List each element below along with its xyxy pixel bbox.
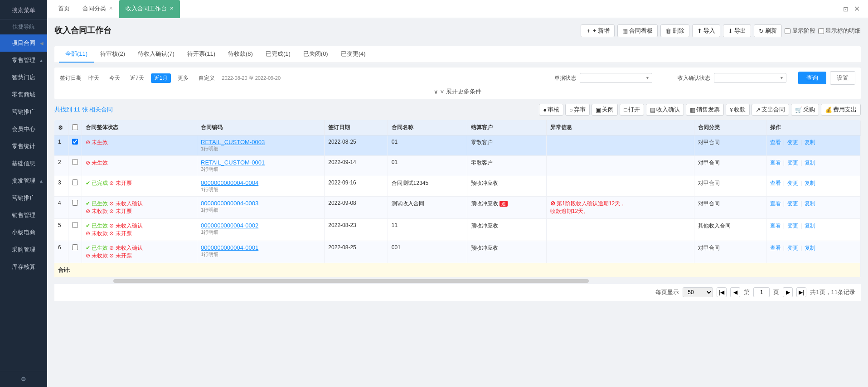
change-op-btn[interactable]: 变更 bbox=[787, 223, 798, 229]
view-op-btn[interactable]: 查看 bbox=[770, 200, 781, 207]
sidebar-item-online-store[interactable]: 零售商城 bbox=[0, 86, 47, 103]
refresh-button[interactable]: ↻ 刷新 bbox=[754, 24, 782, 37]
view-op-btn[interactable]: 查看 bbox=[770, 139, 781, 145]
expense-action-btn[interactable]: 💰 费用支出 bbox=[821, 104, 861, 116]
more-btn[interactable]: 更多 bbox=[175, 73, 192, 83]
payment-action-btn[interactable]: ¥ 收款 bbox=[726, 104, 750, 116]
sidebar-item-basic-info[interactable]: 基础信息 bbox=[0, 155, 47, 172]
sidebar-item-marketing2[interactable]: 营销推广 bbox=[0, 189, 47, 207]
panel-button[interactable]: ▦ 合同看板 bbox=[617, 24, 658, 37]
contract-link[interactable]: 0000000000004-0004 bbox=[201, 179, 258, 186]
select-all-checkbox[interactable] bbox=[72, 124, 78, 130]
filter-tab-all[interactable]: 全部(11) bbox=[59, 46, 94, 63]
custom-btn[interactable]: 自定义 bbox=[195, 73, 218, 83]
abandon-action-btn[interactable]: ○ 弃审 bbox=[565, 104, 590, 116]
sidebar-item-inventory[interactable]: 库存核算 bbox=[0, 258, 47, 276]
sidebar-item-purchase[interactable]: 采购管理 bbox=[0, 241, 47, 258]
copy-op-btn[interactable]: 复制 bbox=[805, 180, 815, 186]
filter-tab-changed[interactable]: 已变更(4) bbox=[335, 46, 372, 63]
copy-op-btn[interactable]: 复制 bbox=[805, 223, 815, 229]
today-btn[interactable]: 今天 bbox=[106, 73, 123, 83]
last-page-btn[interactable]: ▶| bbox=[796, 287, 806, 297]
row-checkbox[interactable] bbox=[68, 176, 82, 197]
contract-link[interactable]: 0000000000004-0001 bbox=[201, 244, 258, 251]
copy-op-btn[interactable]: 复制 bbox=[805, 200, 815, 207]
income-confirm-action-btn[interactable]: ▤ 收入确认 bbox=[646, 104, 684, 116]
sidebar-search[interactable]: 搜索菜单 bbox=[0, 0, 47, 19]
change-op-btn[interactable]: 变更 bbox=[787, 180, 798, 186]
close-window-icon[interactable]: ✕ bbox=[850, 5, 863, 13]
close-tab-icon[interactable]: ✕ bbox=[109, 5, 113, 11]
contract-link[interactable]: RETAIL_CUSTOM-0003 bbox=[201, 139, 265, 145]
sidebar-item-project[interactable]: 项目合同 ◀ bbox=[0, 34, 47, 52]
import-button[interactable]: ⬆ 导入 bbox=[692, 24, 720, 37]
first-page-btn[interactable]: |◀ bbox=[717, 287, 727, 297]
new-button[interactable]: ＋ + 新增 bbox=[581, 24, 615, 37]
row-checkbox[interactable] bbox=[68, 135, 82, 156]
filter-tab-completed[interactable]: 已完成(1) bbox=[259, 46, 297, 63]
resize-icon[interactable]: ⊡ bbox=[841, 5, 850, 13]
filter-tab-closed[interactable]: 已关闭(0) bbox=[297, 46, 335, 63]
contract-link[interactable]: 0000000000004-0002 bbox=[201, 222, 258, 229]
query-button[interactable]: 查询 bbox=[798, 72, 826, 84]
sidebar-item-sales-mgmt[interactable]: 销售管理 bbox=[0, 207, 47, 224]
last7-btn[interactable]: 近7天 bbox=[127, 73, 147, 83]
purchase-action-btn[interactable]: 🛒 采购 bbox=[791, 104, 819, 116]
doc-status-select[interactable] bbox=[580, 73, 652, 83]
outgoing-action-btn[interactable]: ↗ 支出合同 bbox=[752, 104, 789, 116]
tab-contract-cat[interactable]: 合同分类 ✕ bbox=[76, 0, 119, 18]
sales-invoice-action-btn[interactable]: ▥ 销售发票 bbox=[686, 104, 724, 116]
next-page-btn[interactable]: ▶ bbox=[783, 287, 793, 297]
delete-button[interactable]: 🗑 删除 bbox=[660, 24, 689, 37]
sidebar-settings[interactable]: ⚙ bbox=[0, 371, 47, 387]
row-checkbox[interactable] bbox=[68, 219, 82, 241]
last1month-btn[interactable]: 近1月 bbox=[151, 73, 171, 83]
copy-op-btn[interactable]: 复制 bbox=[805, 245, 815, 251]
view-op-btn[interactable]: 查看 bbox=[770, 223, 781, 229]
row-checkbox[interactable] bbox=[68, 156, 82, 176]
filter-tab-pending-payment[interactable]: 待收款(8) bbox=[222, 46, 259, 63]
change-op-btn[interactable]: 变更 bbox=[787, 139, 798, 145]
copy-op-btn[interactable]: 复制 bbox=[805, 139, 815, 145]
view-op-btn[interactable]: 查看 bbox=[770, 245, 781, 251]
show-segment-input[interactable] bbox=[785, 28, 790, 34]
contract-link[interactable]: RETAIL_CUSTOM-0001 bbox=[201, 159, 265, 166]
page-number-input[interactable] bbox=[753, 287, 770, 297]
sidebar-item-wholesale[interactable]: 批发管理 ▲ bbox=[0, 172, 47, 189]
filter-tab-pending-invoice[interactable]: 待开票(11) bbox=[181, 46, 222, 63]
row-checkbox[interactable] bbox=[68, 241, 82, 263]
close-tab-icon[interactable]: ✕ bbox=[170, 5, 174, 11]
sidebar-item-retail-stats[interactable]: 零售统计 bbox=[0, 138, 47, 155]
tab-income-workbench[interactable]: 收入合同工作台 ✕ bbox=[119, 0, 180, 18]
change-op-btn[interactable]: 变更 bbox=[787, 245, 798, 251]
sidebar-item-retail-mgmt[interactable]: 零售管理 ▲ bbox=[0, 52, 47, 69]
change-op-btn[interactable]: 变更 bbox=[787, 160, 798, 166]
review-action-btn[interactable]: ● 审核 bbox=[539, 104, 563, 116]
sidebar-item-member[interactable]: 会员中心 bbox=[0, 121, 47, 138]
copy-op-btn[interactable]: 复制 bbox=[805, 160, 815, 166]
per-page-select[interactable]: 50 100 bbox=[683, 287, 713, 297]
close-action-btn[interactable]: ▣ 关闭 bbox=[592, 104, 618, 116]
filter-tab-pending-confirm[interactable]: 待收入确认(7) bbox=[131, 46, 181, 63]
expand-button[interactable]: ∨ ∨ 展开更多条件 bbox=[434, 87, 482, 96]
open-action-btn[interactable]: □ 打开 bbox=[620, 104, 644, 116]
export-button[interactable]: ⬇ 导出 bbox=[723, 24, 751, 37]
col-settings[interactable]: ⚙ bbox=[54, 120, 68, 135]
change-op-btn[interactable]: 变更 bbox=[787, 200, 798, 207]
row-checkbox[interactable] bbox=[68, 197, 82, 219]
sidebar-item-smart-store[interactable]: 智慧门店 bbox=[0, 69, 47, 86]
setting-button[interactable]: 设置 bbox=[830, 71, 855, 85]
sidebar-item-ecom[interactable]: 小畅电商 bbox=[0, 224, 47, 241]
view-op-btn[interactable]: 查看 bbox=[770, 160, 781, 166]
show-detail-input[interactable] bbox=[818, 28, 824, 34]
tab-home[interactable]: 首页 bbox=[52, 0, 76, 18]
show-detail-checkbox[interactable]: 显示标的明细 bbox=[818, 27, 861, 35]
yesterday-btn[interactable]: 昨天 bbox=[85, 73, 102, 83]
contract-link[interactable]: 0000000000004-0003 bbox=[201, 200, 258, 207]
show-segment-checkbox[interactable]: 显示阶段 bbox=[785, 27, 815, 35]
view-op-btn[interactable]: 查看 bbox=[770, 180, 781, 186]
filter-tab-pending-review[interactable]: 待审核(2) bbox=[94, 46, 131, 63]
sidebar-item-marketing[interactable]: 营销推广 bbox=[0, 103, 47, 121]
income-confirm-select[interactable] bbox=[714, 73, 786, 83]
col-checkbox[interactable] bbox=[68, 120, 82, 135]
